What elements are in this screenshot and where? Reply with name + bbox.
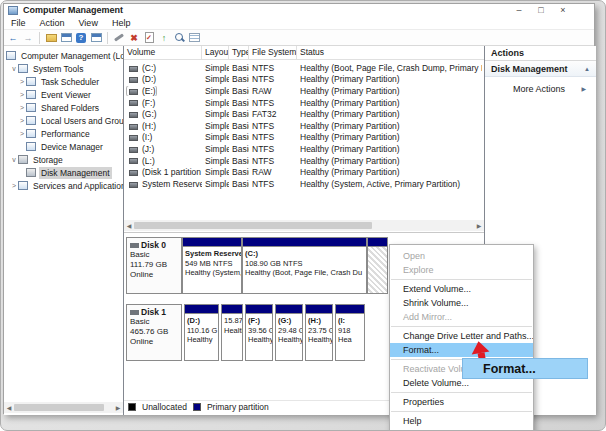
volume-row[interactable]: (J:) SimpleBasic NTFSHealthy (Primary Pa…: [124, 143, 484, 155]
partition-color-bar: [183, 238, 241, 247]
volume-row[interactable]: (C:) SimpleBasic NTFSHealthy (Boot, Page…: [124, 62, 484, 74]
menu-action[interactable]: Action: [33, 17, 72, 30]
menu-separator: [391, 279, 532, 280]
screenshot-canvas: Computer Management – □ × File Action Vi…: [0, 0, 606, 431]
volume-icon: [129, 182, 138, 188]
scrollbar-thumb[interactable]: [134, 222, 372, 229]
menu-item-add-mirror[interactable]: Add Mirror...: [390, 310, 533, 324]
menu-file[interactable]: File: [4, 17, 33, 30]
search-icon[interactable]: [173, 32, 185, 44]
menu-item-properties[interactable]: Properties: [390, 395, 533, 409]
volume-icon: [129, 147, 138, 153]
submenu-arrow-icon: ▶: [581, 85, 586, 92]
volume-icon: [129, 158, 138, 164]
volume-row[interactable]: (L:) SimpleBasic NTFSHealthy (Primary Pa…: [124, 155, 484, 167]
partition-color-bar: [276, 305, 302, 314]
pointer-tool-icon[interactable]: [113, 32, 125, 44]
partition-system-reserved[interactable]: System Reserve 549 MB NTFS Healthy (Syst…: [182, 237, 242, 294]
partition-f[interactable]: (F:) 39.56 G Healthy: [245, 304, 273, 361]
menu-item-open[interactable]: Open: [390, 249, 533, 263]
tree-item-performance[interactable]: > Performance: [18, 127, 92, 140]
menu-help[interactable]: Help: [105, 17, 138, 30]
menu-item-help[interactable]: Help: [390, 414, 533, 428]
details-view-icon[interactable]: [188, 32, 200, 44]
check-document-icon[interactable]: ✓: [143, 32, 155, 44]
chevron-collapsed-icon[interactable]: >: [18, 78, 26, 85]
properties-window-icon[interactable]: [90, 32, 102, 44]
partition-d[interactable]: (D:) 110.16 G Healthy: [184, 304, 219, 361]
help-icon[interactable]: ?: [75, 32, 87, 44]
partition-g[interactable]: (G:) 29.48 G Healthy: [275, 304, 303, 361]
chevron-expanded-icon[interactable]: v: [10, 65, 18, 72]
minimize-button[interactable]: –: [512, 4, 526, 17]
chevron-collapsed-icon[interactable]: >: [18, 130, 26, 137]
column-volume[interactable]: Volume: [124, 46, 202, 59]
column-layout[interactable]: Layout: [202, 46, 229, 59]
menu-item-explore[interactable]: Explore: [390, 263, 533, 277]
menu-view[interactable]: View: [72, 17, 105, 30]
tree-horizontal-scrollbar[interactable]: ◀ ▶: [4, 402, 123, 413]
back-icon[interactable]: ←: [7, 32, 19, 44]
volume-icon: [129, 66, 138, 72]
disk1-label[interactable]: Disk 1 Basic 465.76 GB Online: [126, 304, 182, 361]
menu-separator: [391, 392, 532, 393]
up-arrow-icon[interactable]: ↑: [158, 32, 170, 44]
column-file-system[interactable]: File System: [249, 46, 297, 59]
chevron-expanded-icon[interactable]: v: [10, 156, 18, 163]
tree-item-computer-management[interactable]: Computer Management (Local: [6, 49, 124, 62]
tree-item-system-tools[interactable]: v System Tools: [10, 62, 85, 75]
tree-item-shared-folders[interactable]: > Shared Folders: [18, 101, 101, 114]
partition-color-bar: [246, 305, 272, 314]
menu-item-shrink-volume[interactable]: Shrink Volume...: [390, 296, 533, 310]
volume-row[interactable]: System Reserved (K:) SimpleBasic NTFSHea…: [124, 178, 484, 190]
legend-unallocated-label: Unallocated: [142, 402, 187, 412]
partition-i[interactable]: (I: 918 Hea: [335, 304, 365, 361]
volume-row[interactable]: (E:) SimpleBasic RAWHealthy (Primary Par…: [124, 85, 484, 97]
scroll-left-icon[interactable]: ◀: [124, 222, 134, 229]
column-status[interactable]: Status: [297, 46, 482, 59]
scroll-right-icon[interactable]: ▶: [113, 404, 123, 411]
toolbar-separator: [107, 32, 108, 44]
tree-item-device-manager[interactable]: Device Manager: [26, 140, 105, 153]
forward-icon[interactable]: →: [22, 32, 34, 44]
disk0-label[interactable]: Disk 0 Basic 111.79 GB Online: [126, 237, 182, 294]
tree-item-storage[interactable]: v Storage: [10, 153, 65, 166]
chevron-collapsed-icon[interactable]: >: [18, 104, 26, 111]
menu-item-extend-volume[interactable]: Extend Volume...: [390, 282, 533, 296]
volume-row[interactable]: (D:) SimpleBasic NTFSHealthy (Primary Pa…: [124, 74, 484, 86]
console-window-icon[interactable]: [60, 32, 72, 44]
partition-h[interactable]: (H:) 23.75 G Healthy: [305, 304, 333, 361]
scroll-right-icon[interactable]: ▶: [474, 222, 484, 229]
column-type[interactable]: Type: [229, 46, 249, 59]
chevron-collapsed-icon[interactable]: >: [18, 117, 26, 124]
volume-row[interactable]: (I:) SimpleBasic NTFSHealthy (Primary Pa…: [124, 132, 484, 144]
close-button[interactable]: ×: [556, 4, 570, 17]
maximize-button[interactable]: □: [534, 4, 548, 17]
volume-row[interactable]: (Disk 1 partition 2) SimpleBasic RAWHeal…: [124, 166, 484, 178]
partition-disk1-p2[interactable]: 15.87 ( Health: [221, 304, 243, 361]
delete-icon[interactable]: ✖: [128, 32, 140, 44]
chevron-collapsed-icon[interactable]: >: [18, 91, 26, 98]
volume-list-horizontal-scrollbar[interactable]: ◀ ▶: [124, 220, 484, 231]
more-actions-item[interactable]: More Actions ▶: [485, 81, 596, 96]
volume-row[interactable]: (H:) SimpleBasic NTFSHealthy (Primary Pa…: [124, 120, 484, 132]
tree-item-event-viewer[interactable]: > Event Viewer: [18, 88, 93, 101]
console-tree-icon[interactable]: [45, 32, 57, 44]
scrollbar-thumb[interactable]: [14, 404, 104, 411]
menu-item-format[interactable]: Format...: [390, 343, 533, 357]
partition-clipped[interactable]: [367, 237, 388, 294]
collapse-icon[interactable]: ▲: [584, 66, 590, 72]
tree-item-local-users-groups[interactable]: > Local Users and Groups: [18, 114, 124, 127]
volume-row[interactable]: (F:) SimpleBasic NTFSHealthy (Primary Pa…: [124, 97, 484, 109]
volume-row[interactable]: (G:) SimpleBasic FAT32Healthy (Primary P…: [124, 108, 484, 120]
actions-group-disk-management[interactable]: Disk Management ▲: [485, 61, 596, 77]
partition-color-bar: [306, 305, 332, 314]
tree-item-disk-management[interactable]: Disk Management: [26, 166, 112, 179]
tree-item-services-applications[interactable]: > Services and Applications: [10, 179, 124, 192]
console-tree-panel: Computer Management (Local v System Tool…: [4, 46, 124, 415]
tree-item-task-scheduler[interactable]: > Task Scheduler: [18, 75, 101, 88]
scroll-left-icon[interactable]: ◀: [4, 404, 14, 411]
partition-c[interactable]: (C:) 108.90 GB NTFS Healthy (Boot, Page …: [242, 237, 367, 294]
menu-item-change-drive-letter[interactable]: Change Drive Letter and Paths...: [390, 329, 533, 343]
chevron-collapsed-icon[interactable]: >: [10, 182, 18, 189]
